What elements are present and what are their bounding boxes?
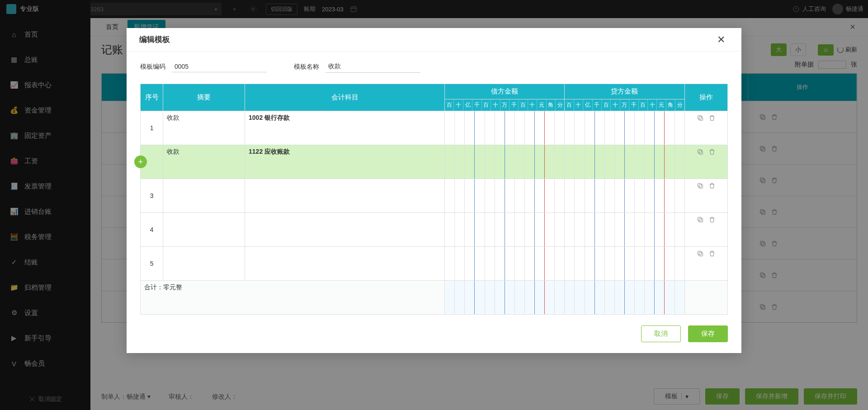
close-icon[interactable]: ✕ bbox=[713, 32, 729, 47]
row-actions bbox=[684, 111, 727, 145]
total-credit bbox=[565, 281, 684, 315]
svg-rect-23 bbox=[699, 219, 703, 222]
summary-cell[interactable]: 收款 bbox=[163, 145, 245, 179]
debit-cell[interactable] bbox=[445, 145, 565, 179]
debit-cell[interactable] bbox=[445, 179, 565, 213]
delete-icon[interactable] bbox=[708, 114, 716, 122]
svg-rect-17 bbox=[699, 117, 703, 121]
debit-cell[interactable] bbox=[445, 111, 565, 145]
table-row[interactable]: +收款1122 应收账款 bbox=[141, 145, 728, 179]
summary-cell[interactable] bbox=[163, 213, 245, 247]
summary-cell[interactable]: 收款 bbox=[163, 111, 245, 145]
cancel-button[interactable]: 取消 bbox=[641, 325, 681, 342]
svg-rect-21 bbox=[699, 185, 703, 189]
account-cell[interactable]: 1002 银行存款 bbox=[245, 111, 445, 145]
debit-cell[interactable] bbox=[445, 247, 565, 281]
svg-rect-20 bbox=[698, 150, 701, 153]
delete-icon[interactable] bbox=[708, 182, 716, 190]
row-actions bbox=[684, 179, 727, 213]
col-debit: 借方金额 bbox=[445, 84, 565, 99]
col-account: 会计科目 bbox=[245, 84, 445, 111]
svg-rect-18 bbox=[698, 116, 701, 119]
credit-cell[interactable] bbox=[565, 145, 684, 179]
summary-cell[interactable] bbox=[163, 247, 245, 281]
copy-icon[interactable] bbox=[696, 148, 704, 156]
account-cell[interactable] bbox=[245, 247, 445, 281]
svg-rect-22 bbox=[698, 184, 701, 187]
row-index: 3 bbox=[141, 179, 163, 213]
delete-icon[interactable] bbox=[708, 148, 716, 156]
credit-cell[interactable] bbox=[565, 111, 684, 145]
total-debit bbox=[445, 281, 565, 315]
table-row[interactable]: 3 bbox=[141, 179, 728, 213]
svg-rect-26 bbox=[698, 251, 701, 255]
save-button[interactable]: 保存 bbox=[688, 325, 728, 342]
account-cell[interactable] bbox=[245, 179, 445, 213]
table-row[interactable]: 5 bbox=[141, 247, 728, 281]
add-row-button[interactable]: + bbox=[134, 156, 147, 168]
col-op: 操作 bbox=[684, 84, 727, 111]
svg-rect-24 bbox=[698, 217, 701, 221]
credit-cell[interactable] bbox=[565, 213, 684, 247]
row-index: 5 bbox=[141, 247, 163, 281]
template-code-label: 模板编码 bbox=[140, 63, 165, 71]
copy-icon[interactable] bbox=[696, 250, 704, 258]
col-summary: 摘要 bbox=[163, 84, 245, 111]
table-row[interactable]: 4 bbox=[141, 213, 728, 247]
account-cell[interactable] bbox=[245, 213, 445, 247]
delete-icon[interactable] bbox=[708, 250, 716, 258]
template-code-input[interactable]: 0005 bbox=[172, 61, 267, 72]
template-name-input[interactable]: 收款 bbox=[326, 61, 420, 73]
row-index: + bbox=[141, 145, 163, 179]
credit-cell[interactable] bbox=[565, 247, 684, 281]
edit-template-modal: 编辑模板 ✕ 模板编码 0005 模板名称 收款 序号 摘要 会计科目 bbox=[127, 28, 741, 353]
svg-rect-25 bbox=[699, 253, 703, 256]
modal-title: 编辑模板 bbox=[139, 34, 170, 45]
summary-cell[interactable] bbox=[163, 179, 245, 213]
row-actions bbox=[684, 213, 727, 247]
template-name-label: 模板名称 bbox=[294, 63, 319, 71]
col-index: 序号 bbox=[141, 84, 163, 111]
row-actions bbox=[684, 247, 727, 281]
svg-rect-19 bbox=[699, 151, 703, 155]
debit-cell[interactable] bbox=[445, 213, 565, 247]
row-index: 1 bbox=[141, 111, 163, 145]
template-table: 序号 摘要 会计科目 借方金额 贷方金额 操作 百十亿千百十万千百十元角分 百十… bbox=[140, 84, 728, 315]
delete-icon[interactable] bbox=[708, 216, 716, 224]
copy-icon[interactable] bbox=[696, 182, 704, 190]
total-label: 合计：零元整 bbox=[141, 281, 445, 315]
credit-cell[interactable] bbox=[565, 179, 684, 213]
row-index: 4 bbox=[141, 213, 163, 247]
table-row[interactable]: 1收款1002 银行存款 bbox=[141, 111, 728, 145]
row-actions bbox=[684, 145, 727, 179]
copy-icon[interactable] bbox=[696, 216, 704, 224]
account-cell[interactable]: 1122 应收账款 bbox=[245, 145, 445, 179]
copy-icon[interactable] bbox=[696, 114, 704, 122]
col-credit: 贷方金额 bbox=[565, 84, 684, 99]
